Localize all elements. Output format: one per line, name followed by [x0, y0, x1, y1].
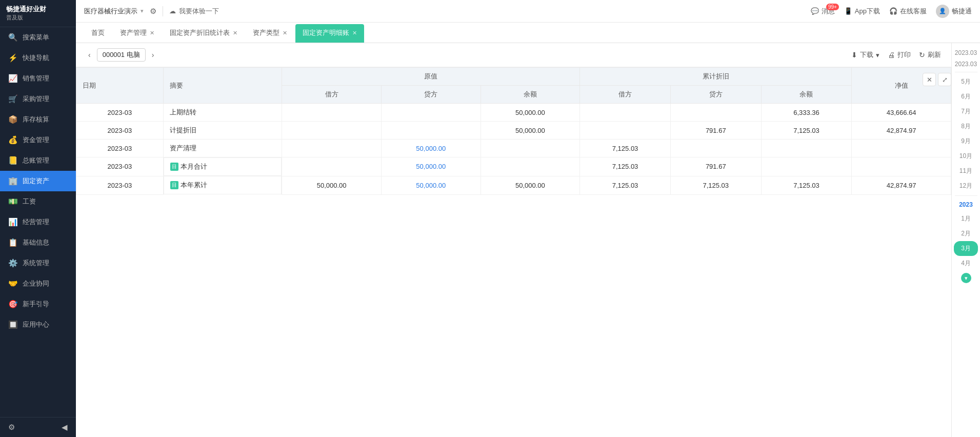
headset-icon: 🎧 — [889, 7, 897, 15]
sidebar-item-system[interactable]: ⚙️ 系统管理 — [0, 253, 76, 273]
sidebar-menu: 🔍 搜索菜单 ⚡ 快捷导航 📈 销售管理 🛒 采购管理 📦 库存核算 💰 资金管… — [0, 27, 76, 417]
info-icon: 📋 — [8, 238, 17, 247]
tl-month-2[interactable]: 2月 — [952, 226, 980, 241]
tab-asset-type[interactable]: 资产类型 ✕ — [246, 24, 294, 43]
table-row: 2023-03目 本年累计50,000.0050,000.0050,000.00… — [76, 176, 951, 194]
tab-close-icon[interactable]: ✕ — [150, 30, 154, 36]
collapse-icon[interactable]: ◀ — [62, 423, 68, 432]
topbar-right: 💬 消息 99+ 📱 App下载 🎧 在线客服 👤 畅捷通 — [811, 5, 972, 18]
table-row: 2023-03资产清理50,000.007,125.03 — [76, 140, 951, 157]
company-name: 医疗器械行业演示 — [84, 7, 137, 16]
table-cell: 50,000.00 — [381, 176, 481, 194]
operations-icon: 📊 — [8, 217, 17, 227]
message-button[interactable]: 💬 消息 99+ — [811, 7, 835, 16]
tl-year-label: 2023 — [959, 198, 973, 211]
tl-month-9[interactable]: 9月 — [952, 134, 980, 149]
tab-close-icon[interactable]: ✕ — [352, 30, 357, 36]
table-cell: 6,333.36 — [761, 104, 852, 122]
tab-depreciation-stats[interactable]: 固定资产折旧统计表 ✕ — [163, 24, 245, 43]
table-cell — [852, 157, 951, 176]
next-asset-button[interactable]: › — [150, 50, 156, 60]
col-acc-debit: 借方 — [580, 86, 671, 104]
tl-month-1[interactable]: 1月 — [952, 211, 980, 226]
table-cell: 50,000.00 — [481, 176, 580, 194]
sidebar-item-capital[interactable]: 💰 资金管理 — [0, 130, 76, 150]
table-cell: 43,666.64 — [852, 104, 951, 122]
table-cell-summary: 资产清理 — [163, 140, 282, 157]
tab-asset-ledger[interactable]: 固定资产明细账 ✕ — [295, 24, 364, 43]
money-icon: 💰 — [8, 135, 17, 145]
tl-month-3-active[interactable]: 3月 — [954, 241, 978, 256]
cloud-icon: ☁ — [169, 7, 176, 15]
table-cell: 7,125.03 — [580, 157, 671, 176]
sidebar-item-ledger[interactable]: 📒 总账管理 — [0, 150, 76, 171]
sidebar-item-purchase[interactable]: 🛒 采购管理 — [0, 89, 76, 109]
sidebar-item-quick-nav[interactable]: ⚡ 快捷导航 — [0, 48, 76, 68]
settings-bottom-icon[interactable]: ⚙ — [8, 423, 15, 432]
tl-month-8[interactable]: 8月 — [952, 119, 980, 134]
settings-icon[interactable]: ⚙ — [150, 7, 156, 16]
download-button[interactable]: ⬇ 下载 ▾ — [851, 50, 879, 59]
experience-button[interactable]: ☁ 我要体验一下 — [169, 7, 219, 16]
download-icon: 📱 — [844, 7, 852, 15]
expand-panel-button[interactable]: ⤢ — [938, 73, 951, 86]
table-cell — [670, 140, 761, 157]
search-icon: 🔍 — [8, 33, 17, 42]
asset-code-tag: 000001 电脑 — [97, 48, 146, 62]
tl-month-6[interactable]: 6月 — [952, 89, 980, 104]
content-toolbar: ‹ 000001 电脑 › ⬇ 下载 ▾ 🖨 打印 ↻ — [76, 43, 951, 67]
tl-month-5[interactable]: 5月 — [952, 74, 980, 89]
table-cell: 2023-03 — [76, 104, 164, 122]
tl-month-10[interactable]: 10月 — [952, 149, 980, 164]
tab-close-icon[interactable]: ✕ — [283, 30, 287, 36]
sidebar-item-collab[interactable]: 🤝 企业协同 — [0, 273, 76, 294]
tab-home[interactable]: 首页 — [84, 24, 112, 43]
service-button[interactable]: 🎧 在线客服 — [889, 7, 927, 16]
table-row: 2023-03计提折旧50,000.00791.677,125.0342,874… — [76, 122, 951, 140]
user-menu[interactable]: 👤 畅捷通 — [936, 5, 972, 18]
sidebar-item-basic-info[interactable]: 📋 基础信息 — [0, 232, 76, 253]
sidebar-item-sales[interactable]: 📈 销售管理 — [0, 68, 76, 89]
table-cell: 7,125.03 — [580, 140, 671, 157]
tl-month-7[interactable]: 7月 — [952, 104, 980, 119]
tl-month-12[interactable]: 12月 — [952, 178, 980, 193]
sidebar-item-search[interactable]: 🔍 搜索菜单 — [0, 27, 76, 48]
sidebar-item-operations[interactable]: 📊 经营管理 — [0, 212, 76, 232]
main-area: 医疗器械行业演示 ▾ ⚙ ☁ 我要体验一下 💬 消息 99+ 📱 App下载 🎧… — [76, 0, 980, 437]
table-cell: 42,874.97 — [852, 122, 951, 140]
sidebar-item-payroll[interactable]: 💵 工资 — [0, 191, 76, 212]
subtotal-icon: 目 — [170, 181, 178, 189]
sidebar-item-label: 搜索菜单 — [23, 33, 49, 42]
download-label: App下载 — [855, 7, 880, 16]
book-icon: 📒 — [8, 156, 17, 165]
table-cell — [481, 140, 580, 157]
sidebar-item-fixed-assets[interactable]: 🏢 固定资产 — [0, 171, 76, 191]
timeline-panel: 2023.03 2023.03 5月 6月 7月 8月 9月 10月 11月 1… — [951, 43, 980, 437]
tl-month-4[interactable]: 4月 — [952, 256, 980, 271]
table-cell — [282, 122, 382, 140]
service-label: 在线客服 — [900, 7, 927, 16]
message-badge: 99+ — [826, 4, 839, 10]
sidebar-item-app-center[interactable]: 🔲 应用中心 — [0, 314, 76, 335]
app-edition: 普及版 — [6, 14, 46, 22]
print-button[interactable]: 🖨 打印 — [888, 50, 911, 59]
table-cell — [852, 140, 951, 157]
table-cell-summary: 计提折旧 — [163, 122, 282, 140]
refresh-button[interactable]: ↻ 刷新 — [919, 50, 941, 59]
sidebar-item-guide[interactable]: 🎯 新手引导 — [0, 294, 76, 314]
chart-icon: 📈 — [8, 74, 17, 83]
table-cell — [282, 104, 382, 122]
building-icon: 🏢 — [8, 176, 17, 186]
sidebar-item-inventory[interactable]: 📦 库存核算 — [0, 109, 76, 130]
prev-asset-button[interactable]: ‹ — [86, 50, 93, 60]
close-panel-button[interactable]: ✕ — [923, 73, 936, 86]
sidebar-item-label: 经营管理 — [23, 217, 49, 227]
topbar-divider — [163, 6, 163, 16]
tab-close-icon[interactable]: ✕ — [233, 30, 237, 36]
download-app-button[interactable]: 📱 App下载 — [844, 7, 880, 16]
app-name: 畅捷通好业财 — [6, 5, 46, 14]
company-selector[interactable]: 医疗器械行业演示 ▾ — [84, 7, 144, 16]
tab-asset-mgmt[interactable]: 资产管理 ✕ — [113, 24, 162, 43]
tl-month-11[interactable]: 11月 — [952, 164, 980, 178]
tl-scroll-down-button[interactable]: ▾ — [961, 273, 971, 283]
